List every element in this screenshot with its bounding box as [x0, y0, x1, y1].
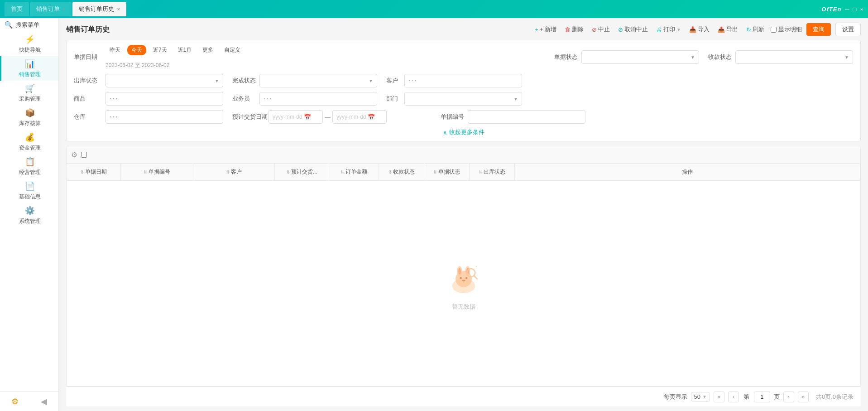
display-detail-checkbox-wrapper[interactable]: 显示明细 — [771, 25, 802, 34]
sidebar-item-purchase-mgmt[interactable]: 🛒 采购管理 — [0, 81, 58, 105]
dept-select[interactable]: ▼ — [404, 92, 522, 106]
date-1month-btn[interactable]: 近1月 — [174, 45, 196, 55]
next-page-button[interactable]: › — [783, 392, 794, 402]
customer-input[interactable]: ··· — [404, 74, 522, 87]
complete-status-label: 完成状态 — [232, 77, 259, 85]
date-today-btn[interactable]: 今天 — [127, 45, 146, 55]
top-bar: 首页 销售订单 × 销售订单历史 × OfTEn ─ □ × — [0, 0, 868, 18]
last-page-button[interactable]: » — [798, 392, 809, 402]
prev-page-button[interactable]: ‹ — [728, 392, 739, 402]
calendar-start-icon: 📅 — [304, 114, 311, 121]
sidebar-item-inventory-label: 库存核算 — [19, 120, 41, 127]
tab-sales-order-history[interactable]: 销售订单历史 × — [72, 2, 126, 16]
stop-button[interactable]: ⊘ 中止 — [590, 24, 612, 34]
date-7days-btn[interactable]: 近7天 — [149, 45, 171, 55]
print-button[interactable]: 🖨 打印 ▼ — [654, 24, 683, 34]
sidebar-item-inventory[interactable]: 📦 库存核算 — [0, 105, 58, 130]
tab-sales-order-close[interactable]: × — [62, 6, 65, 12]
add-button[interactable]: + + 新增 — [533, 24, 558, 34]
window-close-icon[interactable]: × — [860, 6, 863, 13]
bill-no-input[interactable] — [468, 110, 585, 124]
date-custom-btn[interactable]: 自定义 — [220, 45, 245, 55]
current-page-value: 1 — [760, 393, 763, 400]
sidebar-item-finance[interactable]: 💰 资金管理 — [0, 130, 58, 154]
tab-sales-order[interactable]: 销售订单 × — [30, 2, 72, 16]
date-more-btn[interactable]: 更多 — [198, 45, 217, 55]
first-page-button[interactable]: « — [714, 392, 724, 402]
svg-point-7 — [465, 277, 468, 279]
th-customer: ⇅ 客户 — [193, 164, 275, 180]
import-button[interactable]: 📥 导入 — [687, 24, 711, 34]
refresh-button[interactable]: ↻ 刷新 — [744, 24, 766, 34]
product-input[interactable]: ··· — [106, 92, 223, 106]
tab-sales-order-label: 销售订单 — [36, 5, 60, 13]
window-maximize-icon[interactable]: □ — [853, 6, 857, 13]
tab-sales-order-history-close[interactable]: × — [117, 6, 120, 12]
toolbar: + + 新增 🗑 删除 ⊘ 中止 ⊘ 取消中止 🖨 打印 — [533, 23, 861, 36]
delivery-end-placeholder: yyyy-mm-dd — [336, 114, 366, 120]
select-all-checkbox[interactable] — [81, 152, 87, 158]
bill-no-label: 单据编号 — [441, 113, 468, 121]
settings-button[interactable]: 设置 — [835, 23, 861, 36]
svg-text:·: · — [478, 279, 479, 281]
export-button[interactable]: 📤 导出 — [716, 24, 740, 34]
delete-button[interactable]: 🗑 删除 — [563, 24, 585, 34]
sidebar-item-sales-mgmt[interactable]: 📊 销售管理 — [0, 56, 58, 81]
page-size-select[interactable]: 50 ▼ — [691, 392, 710, 401]
delivery-date-start[interactable]: yyyy-mm-dd 📅 — [269, 110, 323, 124]
sidebar-item-basic-info[interactable]: 📄 基础信息 — [0, 179, 58, 203]
th-amount-label: 订单金额 — [345, 168, 367, 176]
sidebar-item-quick-nav[interactable]: ⚡ 快捷导航 — [0, 32, 58, 56]
sidebar-item-operations[interactable]: 📋 经营管理 — [0, 154, 58, 179]
query-label: 查询 — [813, 26, 825, 33]
out-status-chevron-icon: ▼ — [215, 78, 219, 83]
sales-mgmt-icon: 📊 — [25, 59, 35, 69]
sidebar-volume-icon[interactable]: ◀ — [41, 396, 47, 406]
current-page-input[interactable]: 1 — [754, 392, 770, 402]
product-label: 商品 — [74, 95, 106, 103]
system-icon: ⚙️ — [25, 206, 35, 216]
complete-status-select[interactable]: ▼ — [259, 74, 377, 87]
query-button[interactable]: 查询 — [806, 23, 831, 36]
th-pay-status: ⇅ 收款状态 — [379, 164, 424, 180]
page-title: 销售订单历史 — [66, 25, 110, 34]
top-right-area: OfTEn ─ □ × — [821, 6, 863, 13]
date-yesterday-btn[interactable]: 昨天 — [106, 45, 125, 55]
svg-text:·: · — [451, 274, 452, 276]
filter-row-1: 单据日期 昨天 今天 近7天 近1月 更多 自定义 2023-06-02 至 2… — [74, 45, 853, 69]
refresh-icon: ↻ — [746, 26, 751, 33]
window-minimize-icon[interactable]: ─ — [845, 6, 849, 13]
table-area: ⚙ ⇅ 单据日期 ⇅ 单据编号 ⇅ 客户 ⇅ 预计交货... — [66, 146, 861, 387]
th-bill-status-sort-icon: ⇅ — [433, 169, 437, 174]
collapse-button[interactable]: ∧ 收起更多条件 — [74, 128, 853, 136]
sidebar-settings-icon[interactable]: ⚙ — [11, 396, 19, 406]
cancel-stop-button[interactable]: ⊘ 取消中止 — [616, 24, 650, 34]
payment-status-select[interactable]: ▼ — [735, 50, 853, 64]
out-status-label: 出库状态 — [74, 77, 106, 85]
print-chevron-icon: ▼ — [676, 27, 681, 32]
bill-status-select[interactable]: ▼ — [581, 50, 699, 64]
svg-text:✦: ✦ — [475, 265, 478, 269]
brand-label: OfTEn — [821, 6, 841, 13]
delivery-date-end[interactable]: yyyy-mm-dd 📅 — [332, 110, 387, 124]
page-label: 页 — [774, 393, 780, 401]
th-op: 操作 — [515, 164, 860, 180]
payment-status-chevron-icon: ▼ — [844, 55, 849, 60]
prev-page-icon: ‹ — [733, 394, 734, 400]
th-date: ⇅ 单据日期 — [67, 164, 121, 180]
sales-rep-input[interactable]: ··· — [259, 92, 377, 106]
out-status-select[interactable]: ▼ — [106, 74, 223, 87]
th-delivery-label: 预计交货... — [291, 168, 317, 176]
display-detail-checkbox[interactable] — [771, 27, 777, 33]
th-amount: ⇅ 订单金额 — [329, 164, 379, 180]
tab-home[interactable]: 首页 — [5, 2, 29, 16]
th-pay-status-label: 收款状态 — [393, 168, 415, 176]
quick-nav-icon: ⚡ — [25, 34, 35, 44]
search-menu[interactable]: 🔍 搜索菜单 — [0, 18, 58, 32]
add-icon: + — [535, 26, 538, 33]
sidebar-item-system[interactable]: ⚙️ 系统管理 — [0, 203, 58, 227]
warehouse-label: 仓库 — [74, 113, 106, 121]
warehouse-input[interactable]: ··· — [106, 110, 223, 124]
cancel-stop-label: 取消中止 — [624, 25, 648, 34]
table-settings-icon[interactable]: ⚙ — [71, 150, 77, 159]
